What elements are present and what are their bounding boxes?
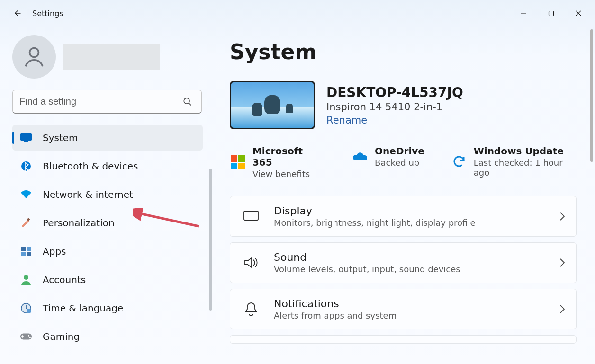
sidebar-nav: System Bluetooth & devices Network & int… — [12, 125, 216, 349]
svg-rect-8 — [24, 141, 28, 142]
svg-point-21 — [29, 337, 31, 338]
svg-rect-1 — [549, 11, 553, 16]
sidebar-item-system[interactable]: System — [12, 125, 203, 151]
card-title: Sound — [274, 251, 460, 263]
card-display[interactable]: Display Monitors, brightness, night ligh… — [230, 196, 577, 237]
monitor-icon — [20, 132, 32, 144]
card-title: Display — [274, 205, 476, 217]
svg-rect-13 — [27, 247, 31, 251]
gamepad-icon — [20, 330, 32, 343]
card-subtitle: Monitors, brightness, night light, displ… — [274, 218, 476, 228]
card-subtitle: Alerts from apps and system — [274, 311, 397, 320]
card-sound[interactable]: Sound Volume levels, output, input, soun… — [230, 242, 577, 283]
status-title: Windows Update — [474, 145, 581, 157]
sidebar-item-personalization[interactable]: Personalization — [12, 210, 203, 236]
sidebar-item-label: Personalization — [43, 217, 115, 229]
sidebar-item-label: Apps — [43, 246, 66, 257]
sidebar-item-label: System — [43, 132, 78, 143]
onedrive-icon — [352, 149, 368, 165]
content-scrollbar[interactable] — [590, 29, 593, 162]
chevron-right-icon — [558, 211, 566, 222]
sidebar-item-label: Time & language — [43, 302, 123, 314]
avatar — [12, 35, 56, 79]
bell-icon — [242, 302, 261, 317]
svg-rect-23 — [244, 211, 258, 220]
svg-point-18 — [27, 309, 31, 313]
chevron-right-icon — [558, 304, 566, 314]
settings-cards: Display Monitors, brightness, night ligh… — [230, 196, 581, 344]
svg-rect-14 — [21, 252, 26, 256]
rename-link[interactable]: Rename — [326, 115, 367, 126]
search-input[interactable] — [12, 90, 202, 114]
svg-rect-15 — [27, 252, 31, 256]
titlebar: Settings — [0, 0, 595, 27]
account-block[interactable] — [12, 35, 216, 79]
status-title: Microsoft 365 — [252, 145, 325, 168]
account-name-redacted — [63, 44, 160, 70]
sidebar-item-label: Gaming — [43, 331, 80, 342]
back-button[interactable] — [7, 3, 27, 24]
sidebar-item-time-language[interactable]: Time & language — [12, 295, 203, 321]
sidebar-item-label: Accounts — [43, 274, 86, 285]
window-title: Settings — [32, 9, 63, 18]
status-onedrive[interactable]: OneDrive Backed up — [352, 145, 424, 168]
page-title: System — [230, 40, 581, 64]
svg-point-16 — [24, 275, 28, 280]
card-notifications[interactable]: Notifications Alerts from apps and syste… — [230, 289, 577, 329]
sidebar: System Bluetooth & devices Network & int… — [0, 27, 216, 364]
device-model: Inspiron 14 5410 2-in-1 — [326, 101, 463, 113]
maximize-button[interactable] — [537, 3, 565, 24]
clock-globe-icon — [20, 302, 32, 314]
status-microsoft365[interactable]: Microsoft 365 View benefits — [230, 145, 325, 179]
sidebar-item-accounts[interactable]: Accounts — [12, 267, 203, 293]
sidebar-item-network-internet[interactable]: Network & internet — [12, 182, 203, 207]
status-windows-update[interactable]: Windows Update Last checked: 1 hour ago — [451, 145, 581, 178]
minimize-button[interactable] — [510, 3, 537, 24]
search-wrap — [12, 90, 203, 114]
apps-icon — [20, 245, 32, 257]
display-icon — [242, 210, 261, 223]
sound-icon — [242, 256, 261, 269]
status-subtitle: Last checked: 1 hour ago — [474, 158, 581, 178]
svg-rect-12 — [21, 247, 26, 251]
person-icon — [20, 274, 32, 286]
sidebar-item-gaming[interactable]: Gaming — [12, 324, 203, 349]
sidebar-item-label: Network & internet — [43, 189, 133, 200]
svg-point-20 — [28, 335, 29, 336]
bluetooth-icon — [20, 160, 32, 172]
status-title: OneDrive — [375, 145, 424, 157]
sidebar-item-apps[interactable]: Apps — [12, 239, 203, 264]
paintbrush-icon — [20, 217, 32, 229]
card-partial[interactable] — [230, 335, 577, 344]
svg-rect-7 — [20, 133, 32, 141]
sidebar-item-bluetooth-devices[interactable]: Bluetooth & devices — [12, 153, 203, 179]
svg-point-4 — [30, 48, 39, 57]
close-button[interactable] — [565, 3, 592, 24]
device-wallpaper-thumbnail[interactable] — [230, 81, 315, 129]
chevron-right-icon — [558, 257, 566, 268]
update-icon — [451, 153, 467, 169]
device-row: DESKTOP-4L537JQ Inspiron 14 5410 2-in-1 … — [230, 81, 581, 129]
card-subtitle: Volume levels, output, input, sound devi… — [274, 264, 460, 274]
status-subtitle: Backed up — [375, 158, 424, 168]
microsoft365-logo-icon — [230, 154, 246, 170]
sidebar-scrollbar[interactable] — [209, 169, 212, 311]
wifi-icon — [20, 188, 32, 201]
status-subtitle: View benefits — [252, 169, 325, 179]
sidebar-item-label: Bluetooth & devices — [43, 160, 138, 172]
content: System DESKTOP-4L537JQ Inspiron 14 5410 … — [216, 27, 595, 364]
card-title: Notifications — [274, 298, 397, 310]
status-row: Microsoft 365 View benefits OneDrive Bac… — [230, 145, 581, 179]
device-name: DESKTOP-4L537JQ — [326, 85, 463, 100]
